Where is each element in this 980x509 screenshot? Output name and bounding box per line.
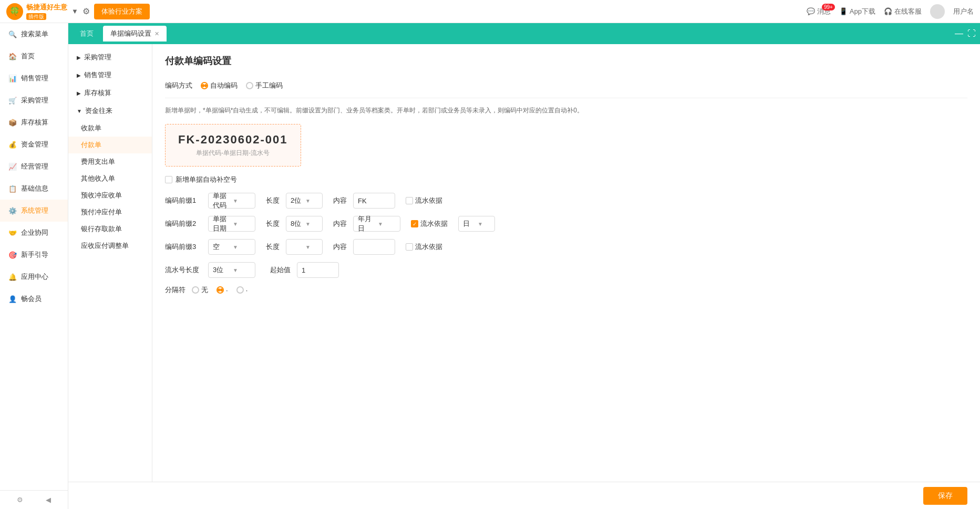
sidebar-item-system[interactable]: ⚙️ 系统管理: [0, 200, 68, 222]
sidebar-item-sales[interactable]: 📊 销售管理: [0, 67, 68, 89]
left-nav-sub-bank[interactable]: 银行存取款单: [68, 221, 152, 237]
maximize-icon[interactable]: ⛶: [967, 29, 976, 38]
chevron-down-icon: ▼: [77, 108, 82, 114]
sidebar: 🔍 搜索菜单 🏠 首页 📊 销售管理 🛒 采购管理 📦 库存核算 💰 资金管理 …: [0, 23, 68, 509]
sidebar-item-inventory[interactable]: 📦 库存核算: [0, 111, 68, 133]
prefix3-stream-checkbox[interactable]: [406, 243, 413, 251]
chevron-right-icon3: ▶: [77, 90, 81, 96]
prefix3-length-select[interactable]: ▼: [286, 239, 323, 255]
manual-encode-radio[interactable]: 手工编码: [246, 81, 283, 90]
operation-icon: 📈: [8, 163, 17, 171]
prefix2-content-select[interactable]: 年月日 ▼: [353, 216, 400, 232]
sidebar-item-operation[interactable]: 📈 经营管理: [0, 155, 68, 178]
serial-length-select[interactable]: 3位 ▼: [208, 262, 255, 278]
prefix1-stream-checkbox[interactable]: [406, 197, 413, 204]
sep-none-radio: [192, 286, 199, 294]
sep-dot-radio: [216, 286, 224, 294]
prefix2-stream-checkbox[interactable]: ✓: [411, 220, 418, 227]
left-nav-sub-prepay-payable[interactable]: 预付冲应付单: [68, 204, 152, 221]
content-with-sidebar: ▶ 采购管理 ▶ 销售管理 ▶ 库存核算 ▼ 资金往来 收款单: [68, 44, 980, 482]
left-nav-sub-prepay-receivable[interactable]: 预收冲应收单: [68, 187, 152, 204]
left-nav-sub-receipt[interactable]: 收款单: [68, 120, 152, 137]
sep-none[interactable]: 无: [192, 285, 208, 295]
prefix2-stream-select[interactable]: 日 ▼: [458, 216, 495, 232]
finance-icon: 💰: [8, 141, 17, 149]
left-nav-sub-adjustment[interactable]: 应收应付调整单: [68, 237, 152, 254]
separator-label: 分隔符: [165, 285, 185, 295]
left-nav-sales[interactable]: ▶ 销售管理: [68, 66, 152, 84]
left-nav-purchase[interactable]: ▶ 采购管理: [68, 48, 152, 66]
industry-btn[interactable]: 体验行业方案: [94, 4, 150, 19]
sidebar-item-purchase[interactable]: 🛒 采购管理: [0, 89, 68, 111]
save-button[interactable]: 保存: [923, 487, 967, 505]
settings-bottom-icon[interactable]: ⚙: [17, 496, 23, 504]
tab-encoding[interactable]: 单据编码设置 ✕: [103, 26, 167, 41]
left-nav-inventory[interactable]: ▶ 库存核算: [68, 84, 152, 102]
auto-encode-circle: [201, 82, 208, 89]
prefix2-label: 编码前缀2: [165, 219, 202, 228]
sep-dot[interactable]: ·: [216, 286, 228, 294]
collapse-icon[interactable]: ◀: [46, 496, 51, 504]
left-nav-sub-other-income[interactable]: 其他收入单: [68, 170, 152, 187]
settings-icon[interactable]: ⚙: [82, 6, 90, 16]
tab-bar: 首页 单据编码设置 ✕ — ⛶: [68, 23, 980, 44]
auto-fill-checkbox[interactable]: [165, 176, 172, 183]
prefix2-length-label: 长度: [266, 219, 280, 228]
prefix2-content-label: 内容: [333, 219, 347, 228]
sidebar-item-home[interactable]: 🏠 首页: [0, 45, 68, 67]
example-desc: 单据代码-单据日期-流水号: [178, 149, 288, 158]
prefix2-stream-arrow: ▼: [478, 221, 490, 227]
tab-close-icon[interactable]: ✕: [154, 30, 159, 37]
sidebar-item-basic[interactable]: 📋 基础信息: [0, 178, 68, 200]
left-nav-sub-expense[interactable]: 费用支出单: [68, 153, 152, 170]
auto-encode-radio[interactable]: 自动编码: [201, 81, 238, 90]
prefix1-content-label: 内容: [333, 196, 347, 205]
auto-fill-row: 新增单据自动补空号: [165, 175, 967, 184]
sidebar-item-finance[interactable]: 💰 资金管理: [0, 133, 68, 155]
prefix2-arrow: ▼: [233, 221, 251, 227]
minimize-icon[interactable]: —: [955, 29, 963, 38]
sep-options: 无 · ·: [192, 285, 247, 295]
member-icon: 👤: [8, 295, 17, 303]
sidebar-item-appcenter[interactable]: 🔔 应用中心: [0, 266, 68, 288]
sidebar-item-member[interactable]: 👤 畅会员: [0, 288, 68, 310]
sep-hyphen[interactable]: ·: [236, 286, 248, 294]
encode-mode-row: 编码方式 自动编码 手工编码: [165, 76, 967, 98]
start-value-label: 起始值: [270, 265, 291, 275]
prefix1-length-select[interactable]: 2位 ▼: [286, 193, 323, 209]
prefix1-select[interactable]: 单据代码 ▼: [208, 193, 255, 209]
search-menu[interactable]: 🔍 搜索菜单: [0, 23, 68, 45]
sidebar-item-guide[interactable]: 🎯 新手引导: [0, 244, 68, 266]
prefix3-content-input[interactable]: [353, 239, 395, 255]
main-layout: 🔍 搜索菜单 🏠 首页 📊 销售管理 🛒 采购管理 📦 库存核算 💰 资金管理 …: [0, 23, 980, 509]
prefix2-select[interactable]: 单据日期 ▼: [208, 216, 255, 232]
avatar[interactable]: [930, 4, 945, 19]
left-nav-capital[interactable]: ▼ 资金往来: [68, 102, 152, 120]
prefix1-row: 编码前缀1 单据代码 ▼ 长度 2位 ▼ 内容 FK: [165, 193, 967, 209]
main-content: 付款单编码设置 编码方式 自动编码 手工编码: [152, 44, 980, 482]
tab-home[interactable]: 首页: [73, 26, 101, 41]
basic-icon: 📋: [8, 185, 17, 193]
message-icon: 💬: [807, 7, 815, 15]
prefix3-select[interactable]: 空 ▼: [208, 239, 255, 255]
prefix3-row: 编码前缀3 空 ▼ 长度 ▼ 内容: [165, 239, 967, 255]
logo-icon: 🍀: [6, 3, 23, 20]
nav-dropdown[interactable]: ▼ ⚙ 体验行业方案: [71, 4, 150, 19]
sidebar-bottom: ⚙ ◀: [0, 490, 68, 509]
left-nav: ▶ 采购管理 ▶ 销售管理 ▶ 库存核算 ▼ 资金往来 收款单: [68, 44, 152, 482]
sidebar-item-collab[interactable]: 🤝 企业协同: [0, 222, 68, 244]
top-bar-right: 💬 消息 99+ 📱 App下载 🎧 在线客服 用户名: [807, 4, 974, 19]
left-nav-sub-payment[interactable]: 付款单: [68, 137, 152, 153]
message-btn[interactable]: 💬 消息 99+: [807, 7, 831, 16]
service-btn[interactable]: 🎧 在线客服: [884, 7, 922, 16]
prefix2-length-select[interactable]: 8位 ▼: [286, 216, 323, 232]
prefix2-row: 编码前缀2 单据日期 ▼ 长度 8位 ▼ 内容 年月日 ▼: [165, 216, 967, 232]
start-value-input[interactable]: 1: [297, 262, 339, 278]
chevron-right-icon: ▶: [77, 55, 81, 60]
prefix1-content-input[interactable]: FK: [353, 193, 395, 209]
download-btn[interactable]: 📱 App下载: [839, 7, 875, 16]
hint-text: 新增单据时，*单据编码*自动生成，不可编辑。前缀设置为部门、业务员等档案类。开单…: [165, 106, 967, 116]
prefix3-arrow: ▼: [233, 244, 251, 250]
guide-icon: 🎯: [8, 251, 17, 259]
manual-encode-circle: [246, 82, 253, 89]
